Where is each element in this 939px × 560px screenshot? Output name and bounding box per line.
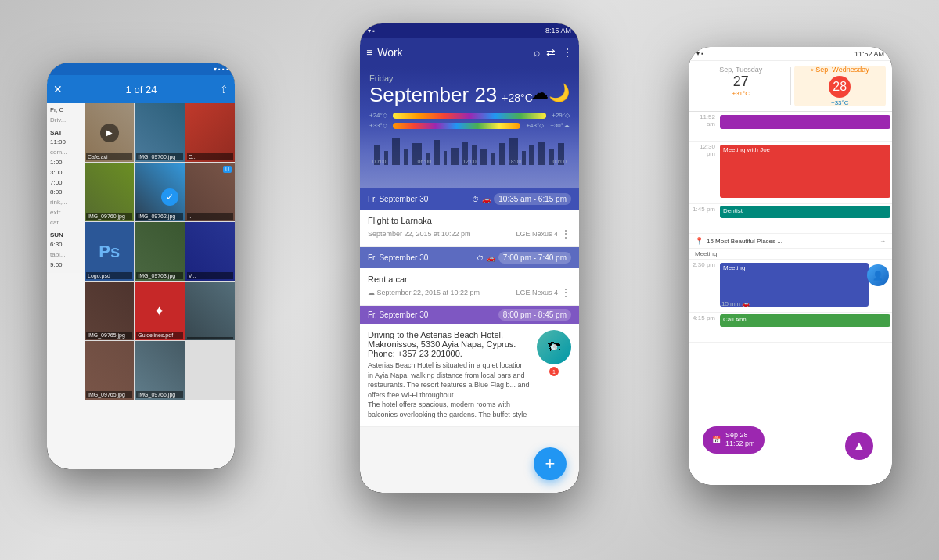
center-status-icons: ▾ ▪ bbox=[368, 27, 375, 34]
file-cell-pdf[interactable]: ✦ Guidelines.pdf bbox=[135, 282, 184, 340]
day-num-27: 27 bbox=[695, 74, 787, 90]
avatar-icon: 👤 bbox=[872, 271, 883, 281]
center-status-bar: ▾ ▪ 8:15 AM bbox=[360, 23, 579, 38]
close-icon[interactable]: ✕ bbox=[53, 83, 63, 95]
weather-section: Friday September 23 +28°C ☁🌙 +24°◇ +29°◇… bbox=[360, 67, 579, 188]
driving-body: Asterias Beach Hotel is situated in a qu… bbox=[368, 361, 531, 420]
more-icon[interactable]: ⋮ bbox=[562, 46, 573, 59]
file-cell[interactable]: ▶ Cafe.avi bbox=[85, 103, 134, 162]
file-name: Guidelines.pdf bbox=[136, 332, 182, 339]
file-cell[interactable]: C... bbox=[185, 103, 235, 162]
event-meta-1: September 22, 2015 at 10:22 pm LGE Nexus… bbox=[368, 228, 571, 240]
event-time-2: ⏱ 🚗 7:00 pm - 7:40 pm bbox=[477, 252, 571, 264]
file-name: V... bbox=[187, 272, 233, 279]
event-date-3: Fr, September 30 bbox=[368, 311, 428, 319]
left-toolbar-title: 1 of 24 bbox=[69, 84, 214, 95]
event-duration-label: 15 min 🚗 bbox=[721, 300, 750, 307]
file-name: C... bbox=[187, 153, 233, 160]
pdf-icon: ✦ bbox=[153, 303, 165, 320]
file-cell[interactable]: IMG_09760.jpg bbox=[85, 163, 134, 221]
places-row: 📍 15 Most Beautiful Places ... → bbox=[689, 234, 892, 249]
file-cell[interactable]: IMG_09765.jpg bbox=[85, 282, 134, 340]
left-sidebar-text: Fr, C Driv... SAT 11:00 com... 1:00 3:00… bbox=[47, 103, 85, 273]
file-cell[interactable]: IMG_09765.jpg bbox=[85, 341, 134, 400]
menu-icon[interactable]: ≡ bbox=[366, 46, 372, 59]
event-date-1: Fr, September 30 bbox=[368, 195, 428, 203]
more-vert-icon[interactable]: ⋮ bbox=[560, 228, 571, 240]
notification-text: Sep 2811:52 pm bbox=[725, 431, 755, 449]
fab-add-button[interactable]: + bbox=[534, 447, 567, 480]
upload-badge: U bbox=[223, 166, 232, 173]
meeting-avatar: 👤 bbox=[867, 264, 889, 286]
weather-temp: +28°C bbox=[502, 92, 532, 104]
temp-wed: +33°C bbox=[794, 99, 887, 106]
file-name: IMG_09763.jpg bbox=[136, 272, 182, 279]
event-col: Meeting with Joe bbox=[718, 142, 892, 203]
share-icon[interactable]: ⇧ bbox=[220, 84, 228, 95]
time-label: 1:45 pm bbox=[689, 204, 718, 214]
file-name: IMG_09762.jpg bbox=[136, 213, 182, 220]
file-name: IMG_09765.jpg bbox=[86, 332, 132, 339]
left-status-bar: ▾ ▪ ▪ ▪ bbox=[47, 63, 235, 75]
file-name: Logo.psd bbox=[86, 272, 132, 279]
time-row-1230: 12:30 pm Meeting with Joe bbox=[689, 142, 892, 204]
places-label: 15 Most Beautiful Places ... bbox=[707, 238, 782, 245]
temp-tue: +31°C bbox=[695, 90, 787, 97]
cal-day-tuesday: Sep, Tuesday 27 +31°C bbox=[695, 66, 787, 106]
file-cell[interactable]: V... bbox=[185, 222, 235, 281]
cal-day-wednesday: ⭑ Sep, Wednesday 28 +33°C bbox=[794, 66, 887, 106]
phone-center: ▾ ▪ 8:15 AM ≡ Work ⌕ ⇄ ⋮ Friday Septembe… bbox=[360, 23, 579, 493]
file-cell[interactable] bbox=[185, 282, 235, 340]
map-badge: 1 bbox=[549, 367, 559, 376]
toolbar-icons: ⌕ ⇄ ⋮ bbox=[534, 46, 573, 59]
more-vert-icon-2[interactable]: ⋮ bbox=[560, 286, 571, 299]
file-cell[interactable]: IMG_09763.jpg bbox=[135, 222, 184, 281]
event-title-2: Rent a car bbox=[368, 275, 571, 284]
file-cell[interactable]: ✓ IMG_09762.jpg bbox=[135, 163, 184, 221]
file-cell[interactable]: U ... bbox=[185, 163, 235, 221]
event-time-1: ⏱ 🚗 10:35 am - 6:15 pm bbox=[472, 193, 571, 205]
cal-event-dentist[interactable]: Dentist bbox=[720, 206, 890, 218]
notification-icon: 📅 bbox=[712, 436, 721, 443]
meeting-row: Meeting bbox=[689, 249, 892, 260]
chevron-up-icon: ▲ bbox=[853, 439, 865, 453]
temp-row-1: +24°◇ +29°◇ bbox=[369, 110, 570, 120]
time-label: 2:30 pm bbox=[689, 260, 718, 270]
time-label: 11:52 am bbox=[689, 112, 718, 129]
play-icon: ▶ bbox=[100, 124, 119, 142]
event-header-2: Fr, September 30 ⏱ 🚗 7:00 pm - 7:40 pm bbox=[360, 247, 579, 268]
right-phone-screen: ▾ ▪ 11:52 AM Sep, Tuesday 27 +31°C ⭑ Sep… bbox=[689, 47, 892, 485]
center-toolbar: ≡ Work ⌕ ⇄ ⋮ bbox=[360, 38, 579, 67]
file-cell[interactable]: IMG_09766.jpg bbox=[135, 341, 184, 400]
driving-title: Driving to the Asterias Beach Hotel, Mak… bbox=[368, 330, 531, 358]
event-header-1: Fr, September 30 ⏱ 🚗 10:35 am - 6:15 pm bbox=[360, 188, 579, 210]
driving-event: Driving to the Asterias Beach Hotel, Mak… bbox=[360, 324, 579, 427]
time-row-1152: 11:52 am bbox=[689, 112, 892, 142]
file-cell[interactable]: IMG_09760.jpg bbox=[135, 103, 184, 162]
cal-event-meeting-joe[interactable]: Meeting with Joe bbox=[720, 145, 890, 198]
file-cell-ps[interactable]: Ps Logo.psd bbox=[85, 222, 134, 281]
cal-event-title: Meeting bbox=[723, 264, 865, 271]
cal-event-purple[interactable] bbox=[720, 115, 890, 129]
event-meta-2: ☁ September 22, 2015 at 10:22 pm LGE Nex… bbox=[368, 286, 571, 299]
weather-day: Friday bbox=[369, 74, 570, 83]
event-card-1: Flight to Larnaka September 22, 2015 at … bbox=[360, 210, 579, 247]
day-label-tue: Sep, Tuesday bbox=[695, 66, 787, 74]
time-label: 12:30 pm bbox=[689, 142, 718, 159]
scroll-up-button[interactable]: ▲ bbox=[845, 432, 873, 460]
notification-bubble[interactable]: 📅 Sep 2811:52 pm bbox=[703, 426, 765, 454]
right-status-bar: ▾ ▪ 11:52 AM bbox=[689, 47, 892, 61]
check-icon: ✓ bbox=[161, 188, 178, 206]
file-name: IMG_09765.jpg bbox=[86, 391, 132, 398]
events-section: Fr, September 30 ⏱ 🚗 10:35 am - 6:15 pm … bbox=[360, 188, 579, 493]
search-icon[interactable]: ⌕ bbox=[534, 46, 540, 59]
map-thumbnail[interactable]: 🗺 bbox=[537, 330, 571, 364]
time-row-145: 1:45 pm Dentist bbox=[689, 204, 892, 234]
temp-bars: +24°◇ +29°◇ +33°◇ +48°◇ +30°☁ bbox=[369, 107, 570, 134]
cal-event-title: Meeting with Joe bbox=[723, 146, 887, 153]
sync-icon[interactable]: ⇄ bbox=[546, 46, 556, 59]
left-phone-screen: ▾ ▪ ▪ ▪ ✕ 1 of 24 ⇧ Fr, C Driv... SAT 11… bbox=[47, 63, 235, 469]
cal-event-call-ann[interactable]: Call Ann bbox=[720, 314, 890, 327]
event-date-2: Fr, September 30 bbox=[368, 253, 428, 262]
event-col: Dentist bbox=[718, 204, 892, 233]
